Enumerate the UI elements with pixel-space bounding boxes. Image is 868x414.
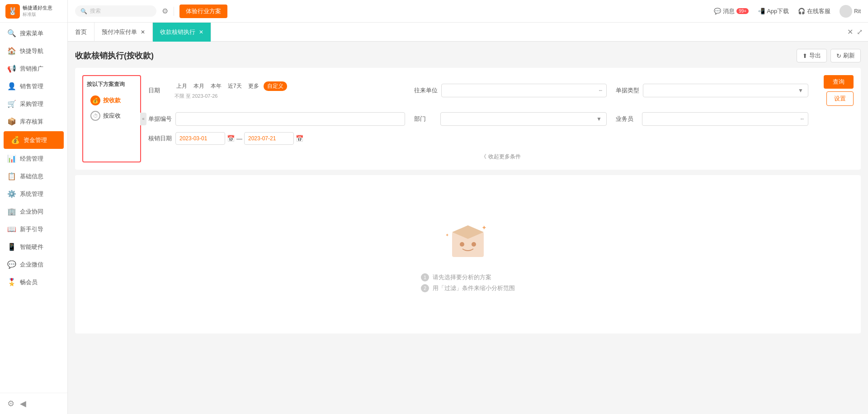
sidebar-item-business[interactable]: 📊 经营管理 [0,150,67,167]
page-title-bar: 收款核销执行(按收款) ⬆ 导出 ↻ 刷新 [75,49,861,62]
basic-info-icon: 📋 [7,172,16,181]
tab-receipt-writeoff[interactable]: 收款核销执行 ✕ [153,23,211,42]
date-7days[interactable]: 近7天 [226,81,244,91]
writeoff-date-label: 核销日期 [148,134,172,143]
partner-select[interactable]: ··· [441,84,607,97]
date-this-year[interactable]: 本年 [209,81,223,91]
settings-button[interactable]: 设置 [826,91,854,106]
purchase-icon: 🛒 [7,100,16,108]
doc-type-select[interactable]: ▼ [643,84,808,97]
sidebar-item-hardware[interactable]: 📱 智能硬件 [0,238,67,256]
start-calendar-icon[interactable]: 📅 [227,135,235,142]
sidebar-label-business: 经营管理 [20,155,43,163]
tab-prepay-close[interactable]: ✕ [141,29,145,35]
user-item[interactable]: Rit [840,5,861,18]
app-download-item[interactable]: 📲 App下载 [758,7,789,15]
main-content: 🔍 搜索 ⚙ 体验行业方案 💬 消息 99+ 📲 App下载 🎧 在线客服 Ri… [68,0,868,414]
export-button[interactable]: ⬆ 导出 [797,49,827,62]
dept-select[interactable]: ▼ [440,112,607,126]
receipt-icon: 💰 [90,95,100,105]
writeoff-start-input[interactable] [175,132,225,145]
sidebar-label-quick-nav: 快捷导航 [20,47,43,55]
date-last-month[interactable]: 上月 [175,81,189,91]
industry-btn[interactable]: 体验行业方案 [179,5,227,18]
sidebar-item-quick-nav[interactable]: 🏠 快捷导航 [0,42,67,60]
page-actions: ⬆ 导出 ↻ 刷新 [797,49,861,62]
app-icon: 📲 [758,8,765,14]
sidebar-label-hardware: 智能硬件 [20,243,43,251]
svg-text:✦: ✦ [481,224,487,231]
doc-no-field: 单据编号 [148,112,405,126]
settings-footer-icon[interactable]: ⚙ [7,399,14,409]
quick-nav-icon: 🏠 [7,47,16,55]
search-text: 搜索 [90,7,101,15]
filter-option-by-receipt[interactable]: 💰 按收款 [87,93,137,108]
sidebar-label-basic-info: 基础信息 [20,172,43,181]
step-2-text: 用「过滤」条件来缩小分析范围 [433,284,515,292]
sidebar-item-purchase[interactable]: 🛒 采购管理 [0,95,67,113]
message-badge: 99+ [736,8,749,14]
tab-prepay[interactable]: 预付冲应付单 ✕ [94,23,153,42]
tab-prepay-label: 预付冲应付单 [102,28,137,36]
sidebar-item-member[interactable]: 🎖️ 畅会员 [0,273,67,291]
sidebar-item-guide[interactable]: 📖 新手引导 [0,220,67,238]
sidebar-item-enterprise[interactable]: 🏢 企业协同 [0,203,67,220]
sidebar-item-finance[interactable]: 💰 资金管理 [4,131,64,149]
sidebar-item-inventory[interactable]: 📦 库存核算 [0,113,67,130]
sidebar-item-wechat[interactable]: 💬 企业微信 [0,256,67,273]
message-item[interactable]: 💬 消息 99+ [714,7,749,15]
collapse-sidebar-btn[interactable]: « [140,113,146,125]
filter-row-1: 日期 上月 本月 本年 近7天 更多 自定义 不限 至 2023-07-26 [148,75,854,106]
end-calendar-icon[interactable]: 📅 [296,135,303,142]
online-service-item[interactable]: 🎧 在线客服 [798,7,830,15]
message-label: 消息 [723,7,735,15]
tabbar: 首页 预付冲应付单 ✕ 收款核销执行 ✕ ✕ ⤢ [68,23,868,42]
app-download-label: App下载 [767,7,789,15]
user-avatar [840,5,852,18]
hardware-icon: 📱 [7,243,16,251]
expand-icon[interactable]: ⤢ [857,28,863,36]
date-shortcuts: 上月 本月 本年 近7天 更多 自定义 [175,81,287,91]
topbar-search[interactable]: 🔍 搜索 [75,5,156,17]
sidebar-label-marketing: 营销推广 [20,65,43,73]
svg-point-2 [460,242,464,247]
step-1-num: 1 [421,273,429,281]
writeoff-end-input[interactable] [244,132,294,145]
tab-home[interactable]: 首页 [68,23,94,42]
sidebar-label-system: 系统管理 [20,190,43,198]
filter-option-by-receivable[interactable]: ⏱ 按应收 [87,108,137,124]
enterprise-icon: 🏢 [7,207,16,216]
search-menu-icon: 🔍 [7,29,16,38]
tab-receipt-writeoff-close[interactable]: ✕ [199,29,203,35]
sidebar-item-marketing[interactable]: 📢 营销推广 [0,60,67,77]
sales-icon: 👤 [7,82,16,90]
page-content: 收款核销执行(按收款) ⬆ 导出 ↻ 刷新 按以下方案查询 💰 按收款 [68,42,868,414]
sidebar-item-system[interactable]: ⚙️ 系统管理 [0,185,67,203]
topbar: 🔍 搜索 ⚙ 体验行业方案 💬 消息 99+ 📲 App下载 🎧 在线客服 Ri… [68,0,868,23]
refresh-button[interactable]: ↻ 刷新 [830,49,861,62]
date-this-month[interactable]: 本月 [192,81,206,91]
sidebar-item-sales[interactable]: 👤 销售管理 [0,77,67,95]
collapse-sidebar-icon[interactable]: ◀ [20,399,26,409]
doc-no-input[interactable] [175,112,405,126]
wechat-icon: 💬 [7,260,16,269]
staff-select[interactable]: ··· [642,112,808,126]
partner-label: 往来单位 [414,86,438,95]
sidebar-item-search-menu[interactable]: 🔍 搜索菜单 [0,24,67,42]
close-tab-icon[interactable]: ✕ [847,28,853,36]
online-service-label: 在线客服 [807,7,830,15]
tab-home-label: 首页 [75,28,87,36]
sidebar-item-basic-info[interactable]: 📋 基础信息 [0,167,67,185]
filter-row-3: 核销日期 📅 — 📅 [148,132,854,145]
date-range-separator: — [236,135,242,142]
partner-field: 往来单位 ··· [414,84,607,97]
query-button[interactable]: 查询 [824,75,854,89]
marketing-icon: 📢 [7,64,16,73]
collapse-chevron-icon: « [142,116,145,121]
receivable-icon: ⏱ [90,111,100,121]
system-icon: ⚙️ [7,190,16,198]
collapse-more-btn[interactable]: 《 收起更多条件 [148,151,854,162]
date-more[interactable]: 更多 [246,81,261,91]
date-custom[interactable]: 自定义 [264,81,287,91]
settings-icon[interactable]: ⚙ [162,7,168,15]
